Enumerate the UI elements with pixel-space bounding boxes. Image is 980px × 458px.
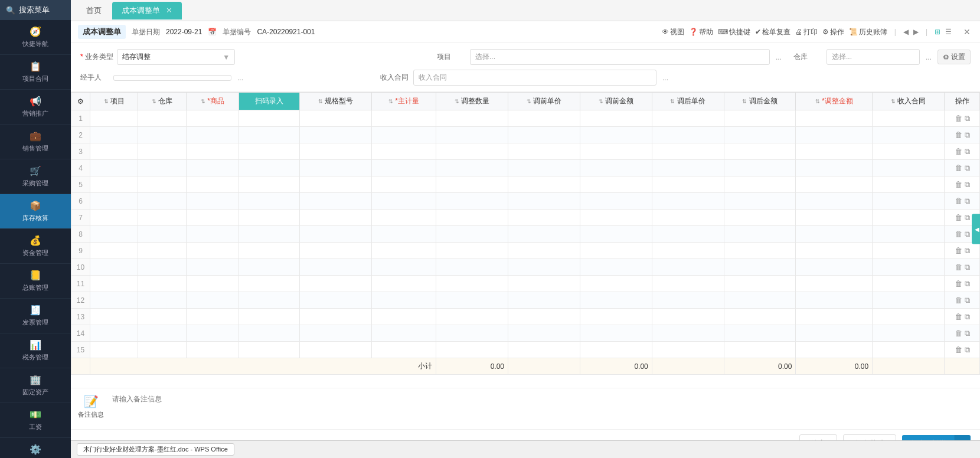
delete-row-icon[interactable]: 🗑 [955, 329, 962, 338]
table-cell[interactable] [299, 325, 371, 342]
table-cell[interactable] [186, 292, 239, 309]
table-cell[interactable] [90, 243, 138, 259]
delete-row-icon[interactable]: 🗑 [955, 230, 962, 238]
delete-row-icon[interactable]: 🗑 [955, 213, 962, 222]
project-dots[interactable]: ... [773, 53, 784, 61]
table-cell[interactable] [186, 243, 239, 259]
notes-input[interactable] [110, 392, 973, 421]
table-cell[interactable] [186, 210, 239, 226]
sidebar-item-purchase[interactable]: 🛒 采购管理 [0, 159, 71, 194]
table-cell[interactable] [371, 292, 436, 309]
table-cell[interactable] [873, 160, 945, 176]
col-settings[interactable]: ⚙ [71, 93, 90, 110]
table-cell[interactable] [796, 276, 873, 292]
table-cell[interactable] [796, 160, 873, 176]
copy-row-icon[interactable]: ⧉ [965, 263, 970, 271]
table-cell[interactable] [138, 110, 186, 127]
table-cell[interactable] [508, 143, 580, 160]
table-cell[interactable] [138, 259, 186, 276]
table-cell[interactable] [138, 226, 186, 243]
sidebar-item-tax[interactable]: 📊 税务管理 [0, 333, 71, 368]
table-cell[interactable] [724, 160, 796, 176]
table-cell[interactable] [239, 210, 300, 226]
table-cell[interactable] [580, 193, 652, 210]
table-cell[interactable] [873, 342, 945, 358]
delete-row-icon[interactable]: 🗑 [955, 345, 962, 354]
warehouse-select[interactable]: 选择... [827, 49, 920, 65]
table-cell[interactable] [299, 243, 371, 259]
table-cell[interactable] [239, 127, 300, 143]
table-cell[interactable] [299, 292, 371, 309]
table-cell[interactable] [652, 193, 724, 210]
table-cell[interactable] [580, 276, 652, 292]
table-cell[interactable] [239, 243, 300, 259]
delete-row-icon[interactable]: 🗑 [955, 163, 962, 172]
copy-row-icon[interactable]: ⧉ [965, 246, 970, 255]
table-cell[interactable] [299, 276, 371, 292]
taskbar-item[interactable]: 木门行业好业财处理方案-墨红红.doc - WPS Office [77, 443, 234, 456]
table-cell[interactable] [138, 243, 186, 259]
sidebar-item-fixed-assets[interactable]: 🏢 固定资产 [0, 368, 71, 403]
table-cell[interactable] [580, 243, 652, 259]
table-cell[interactable] [724, 210, 796, 226]
table-cell[interactable] [652, 176, 724, 193]
table-cell[interactable] [239, 110, 300, 127]
table-cell[interactable] [138, 176, 186, 193]
table-cell[interactable] [138, 342, 186, 358]
table-cell[interactable] [652, 210, 724, 226]
copy-row-icon[interactable]: ⧉ [965, 147, 970, 156]
table-cell[interactable] [796, 309, 873, 325]
table-cell[interactable] [186, 342, 239, 358]
table-cell[interactable] [796, 193, 873, 210]
copy-row-icon[interactable]: ⧉ [965, 114, 970, 123]
sidebar-item-finance[interactable]: 💰 资金管理 [0, 229, 71, 264]
table-cell[interactable] [90, 160, 138, 176]
table-cell[interactable] [796, 143, 873, 160]
table-cell[interactable] [652, 259, 724, 276]
table-cell[interactable] [90, 226, 138, 243]
table-cell[interactable] [652, 143, 724, 160]
sidebar-item-project-contract[interactable]: 📋 项目合同 [0, 55, 71, 90]
table-cell[interactable] [796, 127, 873, 143]
col-scan[interactable]: 扫码录入 [239, 93, 300, 110]
table-cell[interactable] [138, 127, 186, 143]
table-cell[interactable] [724, 226, 796, 243]
table-cell[interactable] [652, 243, 724, 259]
table-cell[interactable] [652, 160, 724, 176]
table-cell[interactable] [436, 292, 508, 309]
table-cell[interactable] [724, 325, 796, 342]
copy-row-icon[interactable]: ⧉ [965, 180, 970, 189]
copy-row-icon[interactable]: ⧉ [965, 312, 970, 321]
table-cell[interactable] [239, 309, 300, 325]
table-cell[interactable] [90, 259, 138, 276]
table-cell[interactable] [508, 243, 580, 259]
handler-dots[interactable]: ... [235, 74, 246, 82]
table-cell[interactable] [796, 325, 873, 342]
table-cell[interactable] [873, 210, 945, 226]
table-cell[interactable] [90, 342, 138, 358]
delete-row-icon[interactable]: 🗑 [955, 147, 962, 156]
shortcut-action[interactable]: ⌨ 快捷键 [718, 27, 750, 37]
list-view-icon[interactable]: ☰ [945, 28, 952, 36]
table-cell[interactable] [371, 210, 436, 226]
table-cell[interactable] [299, 176, 371, 193]
nav-left-icon[interactable]: ◀ [903, 28, 909, 36]
table-cell[interactable] [580, 176, 652, 193]
help-action[interactable]: ❓ 帮助 [689, 27, 713, 37]
table-cell[interactable] [508, 276, 580, 292]
table-cell[interactable] [873, 325, 945, 342]
sidebar-item-quick-nav[interactable]: 🧭 快捷导航 [0, 20, 71, 55]
table-cell[interactable] [508, 110, 580, 127]
table-cell[interactable] [508, 292, 580, 309]
table-cell[interactable] [436, 160, 508, 176]
table-cell[interactable] [724, 143, 796, 160]
table-cell[interactable] [873, 176, 945, 193]
table-cell[interactable] [652, 110, 724, 127]
table-cell[interactable] [371, 276, 436, 292]
table-cell[interactable] [90, 127, 138, 143]
tab-home[interactable]: 首页 [77, 2, 111, 19]
table-cell[interactable] [299, 110, 371, 127]
side-panel-indicator[interactable]: ◀ [972, 214, 980, 244]
tab-close-icon[interactable]: ✕ [166, 6, 172, 15]
table-cell[interactable] [138, 193, 186, 210]
